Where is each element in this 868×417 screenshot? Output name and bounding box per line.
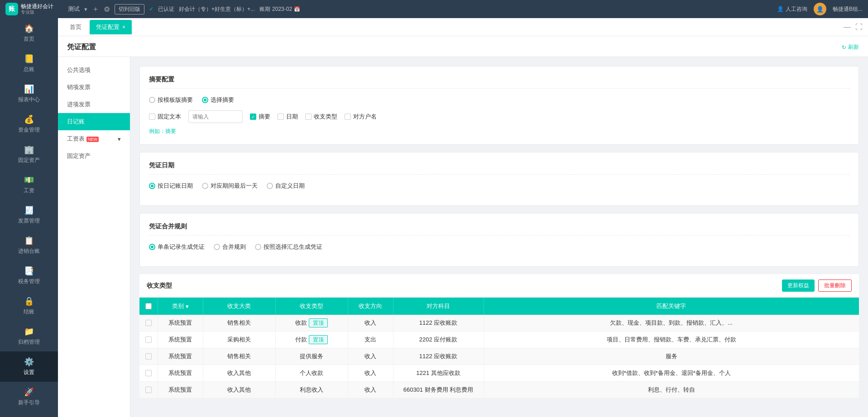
- calendar-icon[interactable]: 📅: [294, 6, 300, 12]
- add-icon[interactable]: ＋: [92, 5, 99, 14]
- sidebar-item-funds[interactable]: 💰 资金管理: [0, 109, 58, 139]
- row-sub-type: 利息收入: [275, 382, 348, 398]
- radio-total: [255, 244, 261, 250]
- purchase-icon: 📋: [24, 236, 34, 246]
- income-expense-section: 收支类型 更新权益 批量刪除: [139, 274, 859, 398]
- radio-template: [149, 97, 155, 103]
- nav-fixed-assets[interactable]: 固定资产: [58, 147, 130, 165]
- gear-icon[interactable]: ⚙: [104, 5, 110, 14]
- date-option-custom[interactable]: 自定义日期: [267, 182, 305, 190]
- tab-voucher[interactable]: 凭证配置 ×: [90, 20, 132, 34]
- checkbox-type[interactable]: 收支类型: [305, 113, 337, 121]
- checkbox-fixed-text[interactable]: 固定文本: [149, 113, 181, 121]
- refresh-btn[interactable]: ↻ 刷新: [842, 43, 859, 51]
- merge-rules-section: 凭证合并规则 单条记录生成凭证 合并规则 按照选择汇总生成凭证: [139, 213, 859, 267]
- summary-option-template[interactable]: 按模板版摘要: [149, 96, 193, 104]
- voucher-date-title: 凭证日期: [149, 161, 849, 175]
- sidebar-item-tax[interactable]: 📑 税务管理: [0, 261, 58, 291]
- ledger-icon: 📒: [24, 54, 34, 64]
- merge-rules-title: 凭证合并规则: [149, 223, 849, 236]
- sidebar-item-purchase[interactable]: 📋 进销台账: [0, 230, 58, 261]
- nav-public[interactable]: 公共选项: [58, 62, 130, 79]
- update-btn[interactable]: 更新权益: [782, 280, 815, 292]
- tax-icon: 📑: [24, 266, 34, 276]
- row-check[interactable]: [139, 315, 158, 332]
- certified-icon: ✓: [149, 6, 153, 12]
- row-keyword: 利息、行付、转自: [484, 382, 859, 398]
- checkbox-date[interactable]: 日期: [278, 113, 298, 121]
- row-direction: 收入: [348, 365, 393, 382]
- table-row: 系统预置 销售相关 提供服务 收入 1122 应收账款 服务: [139, 348, 859, 365]
- report-icon: 📊: [24, 84, 34, 94]
- sidebar-item-settings[interactable]: ⚙️ 设置: [0, 351, 58, 382]
- table-row: 系统预置 销售相关 收款 置顶 收入 1122 应收账款 欠款、现金、项目款、到…: [139, 315, 859, 332]
- date-option-journal[interactable]: 按日记账日期: [149, 182, 193, 190]
- sidebar-item-ledger[interactable]: 📒 总账: [0, 48, 58, 79]
- row-big-type: 收入其他: [203, 365, 275, 382]
- th-account: 对方科目: [393, 298, 484, 315]
- checkbox-counterpart[interactable]: 对方户名: [345, 113, 377, 121]
- service-icon: 👤: [777, 6, 784, 12]
- row-check[interactable]: [139, 348, 158, 365]
- merge-option-total[interactable]: 按照选择汇总生成凭证: [255, 243, 322, 251]
- radio-select: [202, 97, 208, 103]
- income-expense-table: 类别 ▾ 收支大类 收支类型 收支方向 对方科目 匹配关键字: [139, 298, 859, 398]
- sidebar-item-guide[interactable]: 🚀 新手引导: [0, 382, 58, 412]
- tag-top-btn[interactable]: 置顶: [309, 318, 328, 327]
- sidebar-item-archive[interactable]: 📁 归档管理: [0, 321, 58, 351]
- sidebar-item-member[interactable]: 👑 畅会员: [0, 412, 58, 417]
- nav-purchase-invoice[interactable]: 进项发票: [58, 96, 130, 113]
- delete-btn[interactable]: 批量刪除: [818, 280, 852, 292]
- row-big-type: 收入其他: [203, 382, 275, 398]
- merge-option-merge[interactable]: 合并规则: [214, 243, 246, 251]
- service-btn[interactable]: 👤 人工咨询: [777, 5, 807, 13]
- row-category: 系统预置: [158, 348, 203, 365]
- sidebar-item-salary[interactable]: 💵 工资: [0, 170, 58, 200]
- sidebar-item-invoice[interactable]: 🧾 发票管理: [0, 200, 58, 230]
- summary-option-select[interactable]: 选择摘要: [202, 96, 234, 104]
- row-category: 系统预置: [158, 365, 203, 382]
- nav-journal[interactable]: 日记账: [58, 113, 130, 130]
- sidebar-item-assets[interactable]: 🏢 固定资产: [0, 139, 58, 170]
- merge-rules-radio-group: 单条记录生成凭证 合并规则 按照选择汇总生成凭证: [149, 243, 849, 251]
- sidebar-item-report[interactable]: 📊 报表中心: [0, 79, 58, 109]
- home-icon: 🏠: [24, 24, 34, 33]
- row-direction: 支出: [348, 332, 393, 348]
- merge-option-single[interactable]: 单条记录生成凭证: [149, 243, 205, 251]
- minimize-icon[interactable]: —: [844, 23, 851, 31]
- nav-sales-invoice[interactable]: 销项发票: [58, 79, 130, 96]
- table-actions: 更新权益 批量刪除: [782, 280, 852, 292]
- th-check[interactable]: [139, 298, 158, 315]
- fullscreen-icon[interactable]: ⛶: [855, 23, 863, 31]
- two-col: 公共选项 销项发票 进项发票 日记账 工资表NEW ▾ 固定资产 摘要配置: [58, 57, 868, 417]
- assets-icon: 🏢: [24, 145, 34, 155]
- row-check[interactable]: [139, 365, 158, 382]
- invoice-icon: 🧾: [24, 205, 34, 215]
- sidebar-item-close[interactable]: 🔒 结账: [0, 291, 58, 321]
- nav-salary-sheet[interactable]: 工资表NEW ▾: [58, 130, 130, 147]
- sidebar-item-home[interactable]: 🏠 首页: [0, 18, 58, 48]
- row-account: 1221 其他应收款: [393, 365, 484, 382]
- fixed-text-input[interactable]: [188, 110, 243, 123]
- checkbox-summary[interactable]: ✓ 摘要: [250, 113, 270, 121]
- tags-label: 好会计（专）+好生意（标）+...: [179, 5, 255, 13]
- row-category: 系统预置: [158, 382, 203, 398]
- date-option-period-last[interactable]: 对应期间最后一天: [202, 182, 258, 190]
- funds-icon: 💰: [24, 114, 34, 124]
- guide-icon: 🚀: [24, 387, 34, 397]
- tag-top-btn[interactable]: 置顶: [309, 335, 328, 344]
- row-check[interactable]: [139, 332, 158, 348]
- dropdown-arrow-icon[interactable]: ▾: [84, 6, 87, 13]
- table-row: 系统预置 收入其他 利息收入 收入 660301 财务费用 利息费用 利息、行付…: [139, 382, 859, 398]
- row-direction: 收入: [348, 382, 393, 398]
- row-category: 系统预置: [158, 332, 203, 348]
- tab-close-icon[interactable]: ×: [122, 24, 125, 30]
- select-all-checkbox[interactable]: [145, 303, 152, 309]
- row-check[interactable]: [139, 382, 158, 398]
- row-big-type: 采购相关: [203, 332, 275, 348]
- switch-old-btn[interactable]: 切到旧版: [115, 4, 144, 14]
- summary-config-section: 摘要配置 按模板版摘要 选择摘要: [139, 66, 859, 145]
- tab-home[interactable]: 首页: [63, 20, 88, 34]
- avatar: 👤: [814, 3, 826, 15]
- checkbox-type-box: [305, 114, 312, 120]
